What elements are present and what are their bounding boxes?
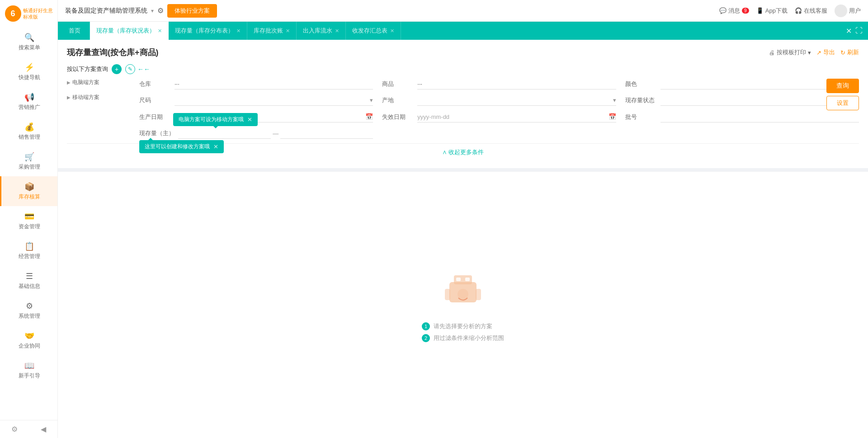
filter-row-batch-no: 批号 [625, 111, 859, 122]
tab-inventory-status[interactable]: 现存量（库存状况表） ✕ [90, 22, 169, 40]
sidebar-logo: 6 畅通好好生意 标准版 [0, 0, 57, 27]
svg-rect-2 [456, 278, 461, 281]
tab-receive-send[interactable]: 收发存汇总表 ✕ [346, 22, 401, 40]
svg-rect-4 [445, 289, 450, 300]
search-menu-icon: 🔍 [24, 33, 34, 42]
print-label: 按模板打印 [777, 48, 806, 57]
color-label: 颜色 [625, 80, 657, 88]
filter-row-color: 颜色 ▾ [625, 79, 859, 89]
filter-grid-row1: 仓库 ··· 商品 ··· [139, 79, 859, 89]
sidebar-item-operations[interactable]: 📋 经营管理 [0, 236, 57, 266]
enterprise-icon: 🤝 [24, 331, 34, 341]
export-btn[interactable]: ↗ 导出 [816, 48, 835, 57]
sidebar-item-label: 新手引导 [19, 372, 40, 380]
tab-inventory-status-close[interactable]: ✕ [158, 28, 162, 34]
message-icon: 💬 [719, 7, 726, 14]
scheme-mobile-label: 移动端方案 [72, 94, 99, 101]
scheme-tooltip-close[interactable]: ✕ [247, 116, 252, 123]
reset-btn[interactable]: 设置 [826, 96, 859, 110]
sidebar-item-system[interactable]: ⚙ 系统管理 [0, 296, 57, 325]
search-btns: 查询 设置 [826, 79, 859, 110]
empty-state-tips: 1 请先选择要分析的方案 2 用过滤条件来缩小分析范围 [422, 320, 504, 344]
sidebar-bottom: ⚙ ◀ [0, 420, 57, 438]
print-template-btn[interactable]: 🖨 按模板打印 ▾ [769, 48, 811, 57]
topbar-right: 💬 消息 9 📱 App下载 🎧 在线客服 用户 [719, 5, 861, 17]
support-label: 在线客服 [804, 7, 827, 15]
sales-icon: 💰 [24, 122, 34, 132]
origin-select[interactable]: ▾ [417, 95, 616, 106]
filter-edit-btn[interactable]: ✎ [125, 64, 135, 74]
scheme-desktop-arrow: ▶ [67, 80, 71, 85]
sidebar-item-marketing[interactable]: 📢 营销推广 [0, 87, 57, 117]
create-tooltip-close[interactable]: ✕ [213, 143, 218, 150]
filter-add-btn[interactable]: + [112, 64, 122, 74]
tab-home[interactable]: 首页 [60, 22, 90, 40]
tab-receive-send-close[interactable]: ✕ [390, 28, 394, 34]
tabbar-close-btn[interactable]: ✕ [846, 27, 852, 35]
tab-inventory-batch-close[interactable]: ✕ [286, 28, 290, 34]
scheme-desktop-label: 电脑端方案 [72, 79, 99, 86]
scheme-desktop[interactable]: ▶ 电脑端方案 [67, 79, 130, 86]
stock-qty-max[interactable] [280, 128, 373, 139]
scheme-mobile-arrow: ▶ [67, 95, 71, 100]
warehouse-select[interactable]: ··· [175, 79, 373, 89]
tab-inventory-batch[interactable]: 库存批次账 ✕ [247, 22, 297, 40]
scheme-mobile[interactable]: ▶ 移动端方案 [67, 94, 130, 101]
user-btn[interactable]: 用户 [835, 5, 861, 17]
guide-icon: 📖 [24, 361, 34, 371]
user-avatar [835, 5, 847, 17]
sidebar-item-enterprise[interactable]: 🤝 企业协同 [0, 325, 57, 355]
sidebar-item-sales[interactable]: 💰 销售管理 [0, 117, 57, 146]
stock-qty-min[interactable] [178, 128, 271, 139]
scheme-tooltip-text: 电脑方案可设为移动方案哦 [179, 116, 244, 123]
sidebar-item-label: 企业协同 [19, 342, 40, 350]
exp-date-cal-icon: 📅 [609, 113, 616, 120]
prod-date-label: 生产日期 [139, 113, 171, 121]
filter-row-goods: 商品 ··· [382, 79, 616, 89]
message-badge: 9 [742, 8, 749, 14]
tab-inventory-dist[interactable]: 现存量（库存分布表） ✕ [169, 22, 247, 40]
exp-date-input[interactable]: yyyy-mm-dd 📅 [417, 111, 616, 122]
plan-btn[interactable]: 体验行业方案 [167, 4, 217, 18]
sidebar-settings-btn[interactable]: ⚙ [11, 425, 18, 433]
search-btn[interactable]: 查询 [826, 79, 859, 93]
tab-receive-send-label: 收发存汇总表 [352, 27, 387, 35]
sidebar-item-finance[interactable]: 💳 资金管理 [0, 206, 57, 236]
refresh-btn[interactable]: ↻ 刷新 [840, 48, 859, 57]
filter-arrow-btn[interactable]: ←← [139, 64, 149, 74]
topbar-gear-icon[interactable]: ⚙ [157, 6, 164, 15]
tip-text-2: 用过滤条件来缩小分析范围 [434, 332, 504, 344]
tabbar-maximize-btn[interactable]: ⛶ [855, 27, 863, 35]
sidebar-item-label: 快捷导航 [19, 74, 40, 81]
size-label: 尺码 [139, 96, 171, 104]
tab-in-out-flow[interactable]: 出入库流水 ✕ [297, 22, 346, 40]
message-label: 消息 [728, 7, 740, 15]
sidebar-item-inventory[interactable]: 📦 库存核算 [0, 176, 57, 206]
tab-inventory-dist-close[interactable]: ✕ [236, 28, 241, 34]
message-btn[interactable]: 💬 消息 9 [719, 7, 749, 15]
print-dropdown-icon: ▾ [808, 49, 811, 56]
tabbar: 首页 现存量（库存状况表） ✕ 现存量（库存分布表） ✕ 库存批次账 ✕ 出入库… [58, 22, 868, 40]
filter-row-stock-qty: 现存量（主） — [139, 128, 373, 139]
app-download-btn[interactable]: 📱 App下载 [756, 7, 788, 15]
sidebar-item-guide[interactable]: 📖 新手引导 [0, 355, 57, 385]
sidebar: 6 畅通好好生意 标准版 🔍 搜索菜单 ⚡ 快捷导航 📢 营销推广 💰 销售管理… [0, 0, 58, 438]
page-content: 现存量查询(按仓库+商品) 🖨 按模板打印 ▾ ↗ 导出 ↻ 刷新 [58, 40, 868, 438]
support-btn[interactable]: 🎧 在线客服 [795, 7, 827, 15]
sidebar-item-search-menu[interactable]: 🔍 搜索菜单 [0, 27, 57, 57]
tab-in-out-flow-close[interactable]: ✕ [335, 28, 339, 34]
goods-select[interactable]: ··· [417, 79, 616, 89]
sidebar-item-quick-nav[interactable]: ⚡ 快捷导航 [0, 57, 57, 87]
stock-status-label: 现存量状态 [625, 96, 657, 104]
sidebar-item-purchase[interactable]: 🛒 采购管理 [0, 146, 57, 176]
size-select[interactable]: ▾ [175, 95, 373, 106]
filter-row-origin: 产地 ▾ [382, 95, 616, 106]
system-dropdown-icon[interactable]: ▾ [151, 8, 154, 14]
empty-tip-1: 1 请先选择要分析的方案 [422, 320, 504, 332]
sidebar-item-basic[interactable]: ☰ 基础信息 [0, 266, 57, 296]
warehouse-ellipsis: ··· [175, 80, 179, 87]
sidebar-collapse-btn[interactable]: ◀ [41, 425, 46, 433]
batch-no-input[interactable] [660, 112, 859, 122]
tab-home-label: 首页 [69, 27, 80, 35]
collapse-label: 收起更多条件 [448, 149, 484, 155]
